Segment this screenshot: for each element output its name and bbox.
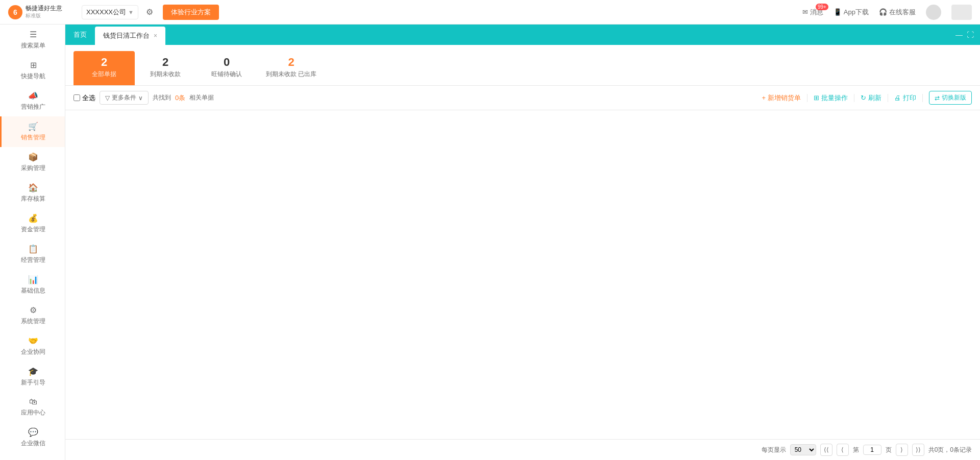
tab-close-icon[interactable]: × bbox=[154, 32, 157, 39]
online-service-item[interactable]: 🎧 在线客服 bbox=[879, 8, 916, 17]
sidebar-item-operations[interactable]: 📋 经营管理 bbox=[0, 239, 65, 270]
page-next-button[interactable]: ⟩ bbox=[896, 444, 908, 456]
stat-shipped-label: 到期未收款 已出库 bbox=[266, 70, 316, 79]
batch-label: 批量操作 bbox=[821, 93, 848, 103]
total-text: 共0页，0条记录 bbox=[928, 446, 972, 454]
batch-button[interactable]: ⊞ 批量操作 bbox=[814, 93, 848, 103]
inventory-icon: 🏠 bbox=[28, 183, 38, 192]
switch-version-button[interactable]: ⇄ 切换新版 bbox=[929, 91, 972, 105]
app-name: 畅捷通好生意 bbox=[26, 5, 62, 13]
select-all-checkbox[interactable] bbox=[74, 94, 80, 101]
page-label-2: 页 bbox=[886, 446, 892, 454]
avatar[interactable] bbox=[926, 5, 941, 20]
sidebar-item-member[interactable]: ▽ 畅会员 bbox=[0, 453, 65, 460]
switch-label: 切换新版 bbox=[942, 93, 966, 102]
sidebar-item-cooperation-label: 企业协同 bbox=[21, 348, 45, 356]
basic-info-icon: 📊 bbox=[28, 275, 38, 284]
filter-chevron-icon: ∨ bbox=[138, 94, 143, 102]
sidebar-item-system[interactable]: ⚙ 系统管理 bbox=[0, 300, 65, 331]
app-download-item[interactable]: 📱 App下载 bbox=[834, 8, 869, 17]
page-number-input[interactable] bbox=[863, 445, 881, 455]
sidebar-item-search[interactable]: ☰ 搜索菜单 bbox=[0, 25, 65, 55]
top-header: 6 畅捷通好生意 标准版 XXXXXX公司 ▼ ⚙ 体验行业方案 ✉ 消息 99… bbox=[0, 0, 980, 25]
stats-tabs: 2 全部单据 2 到期未收款 0 旺铺待确认 2 到期未收款 已出库 bbox=[65, 45, 980, 86]
print-button[interactable]: 🖨 打印 bbox=[894, 93, 916, 103]
wechat-icon: 💬 bbox=[28, 427, 38, 437]
filter-button[interactable]: ▽ 更多条件 ∨ bbox=[100, 91, 149, 105]
stat-overdue-num: 2 bbox=[143, 56, 187, 69]
refresh-icon: ↻ bbox=[861, 94, 866, 102]
sidebar: ☰ 搜索菜单 ⊞ 快捷导航 📣 营销推广 🛒 销售管理 📦 采购管理 🏠 库存核… bbox=[0, 25, 65, 460]
stat-tab-shipped[interactable]: 2 到期未收款 已出库 bbox=[257, 51, 325, 85]
page-first-button[interactable]: ⟨⟨ bbox=[820, 444, 832, 456]
logo-area: 6 畅捷通好生意 标准版 bbox=[8, 5, 74, 20]
tab-workbench[interactable]: 钱货日清工作台 × bbox=[95, 27, 165, 45]
toolbar-left: 全选 ▽ 更多条件 ∨ 共找到 0条 相关单据 bbox=[74, 91, 757, 105]
tab-bar-right: — ⛶ bbox=[955, 31, 980, 39]
found-count: 0条 bbox=[175, 93, 185, 103]
page-last-button[interactable]: ⟩⟩ bbox=[912, 444, 924, 456]
tab-home[interactable]: 首页 bbox=[65, 25, 95, 45]
tab-bar: 首页 钱货日清工作台 × — ⛶ bbox=[65, 25, 980, 45]
stat-tab-pending[interactable]: 0 旺铺待确认 bbox=[196, 51, 257, 85]
sidebar-item-inventory[interactable]: 🏠 库存核算 bbox=[0, 178, 65, 208]
sidebar-item-sales-label: 销售管理 bbox=[21, 133, 45, 142]
stat-tab-all[interactable]: 2 全部单据 bbox=[74, 51, 135, 85]
select-all-label: 全选 bbox=[82, 93, 95, 103]
sidebar-item-cooperation[interactable]: 🤝 企业协同 bbox=[0, 331, 65, 361]
add-label: 新增销货单 bbox=[768, 93, 801, 103]
tab-minimize-button[interactable]: — bbox=[955, 31, 963, 39]
service-icon: 🎧 bbox=[879, 8, 887, 16]
divider-2 bbox=[854, 94, 854, 102]
sidebar-item-sales[interactable]: 🛒 销售管理 bbox=[0, 116, 65, 147]
sidebar-item-operations-label: 经营管理 bbox=[21, 256, 45, 264]
stat-overdue-label: 到期未收款 bbox=[143, 70, 187, 79]
page-size-select[interactable]: 50 100 200 bbox=[790, 444, 816, 455]
stat-shipped-num: 2 bbox=[266, 56, 316, 69]
found-suffix: 相关单据 bbox=[189, 93, 214, 102]
add-icon: + bbox=[762, 94, 766, 102]
company-name: XXXXXX公司 bbox=[86, 8, 126, 17]
found-text: 共找到 bbox=[153, 93, 171, 102]
sidebar-item-wechat-label: 企业微信 bbox=[21, 439, 45, 448]
page-prev-button[interactable]: ⟨ bbox=[837, 444, 849, 456]
sidebar-item-quick-nav-label: 快捷导航 bbox=[21, 72, 45, 81]
sidebar-item-inventory-label: 库存核算 bbox=[21, 195, 45, 203]
message-item[interactable]: ✉ 消息 99+ bbox=[802, 8, 823, 17]
divider-1 bbox=[807, 94, 807, 102]
sidebar-item-finance[interactable]: 💰 资金管理 bbox=[0, 208, 65, 239]
download-icon: 📱 bbox=[834, 8, 842, 16]
sidebar-item-basic-info[interactable]: 📊 基础信息 bbox=[0, 270, 65, 300]
member-icon: ▽ bbox=[30, 458, 36, 460]
app-download-label: App下载 bbox=[844, 8, 869, 17]
sidebar-item-basic-info-label: 基础信息 bbox=[21, 286, 45, 295]
tab-maximize-button[interactable]: ⛶ bbox=[967, 31, 974, 39]
add-sale-button[interactable]: + 新增销货单 bbox=[762, 93, 801, 103]
batch-icon: ⊞ bbox=[814, 94, 819, 102]
stat-tab-overdue[interactable]: 2 到期未收款 bbox=[135, 51, 196, 85]
stat-all-num: 2 bbox=[82, 56, 126, 69]
stat-pending-label: 旺铺待确认 bbox=[205, 70, 249, 79]
chevron-down-icon: ▼ bbox=[128, 9, 134, 15]
marketing-icon: 📣 bbox=[28, 91, 38, 101]
sidebar-item-app-center[interactable]: 🛍 应用中心 bbox=[0, 392, 65, 422]
trial-button[interactable]: 体验行业方案 bbox=[163, 5, 219, 20]
filter-label: 更多条件 bbox=[112, 93, 136, 102]
sidebar-item-purchase[interactable]: 📦 采购管理 bbox=[0, 147, 65, 178]
settings-icon[interactable]: ⚙ bbox=[142, 5, 157, 19]
refresh-button[interactable]: ↻ 刷新 bbox=[861, 93, 881, 103]
select-all-area[interactable]: 全选 bbox=[74, 93, 95, 103]
sidebar-item-search-label: 搜索菜单 bbox=[21, 41, 45, 50]
company-selector[interactable]: XXXXXX公司 ▼ bbox=[82, 5, 138, 19]
sidebar-item-finance-label: 资金管理 bbox=[21, 225, 45, 234]
print-icon: 🖨 bbox=[894, 94, 901, 102]
sidebar-item-quick-nav[interactable]: ⊞ 快捷导航 bbox=[0, 55, 65, 86]
stat-pending-num: 0 bbox=[205, 56, 249, 69]
pagination-bar: 每页显示 50 100 200 ⟨⟨ ⟨ 第 页 ⟩ ⟩⟩ 共0页，0条记录 bbox=[65, 439, 980, 460]
message-icon: ✉ bbox=[802, 8, 808, 16]
filter-icon: ▽ bbox=[105, 94, 110, 102]
sidebar-item-app-center-label: 应用中心 bbox=[21, 408, 45, 417]
sidebar-item-guide[interactable]: 🎓 新手引导 bbox=[0, 361, 65, 392]
sidebar-item-wechat[interactable]: 💬 企业微信 bbox=[0, 422, 65, 453]
sidebar-item-marketing[interactable]: 📣 营销推广 bbox=[0, 86, 65, 116]
